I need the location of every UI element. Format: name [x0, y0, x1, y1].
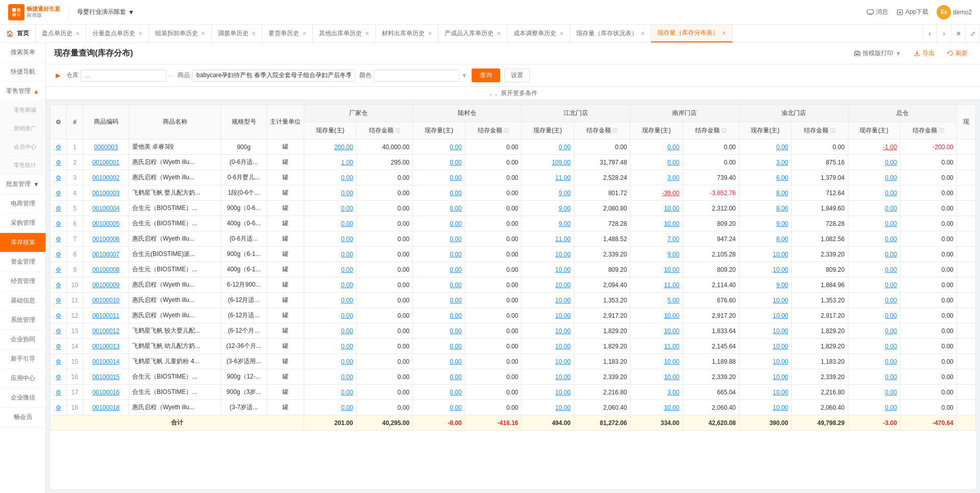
td-jb-stock[interactable]: 10.00: [522, 400, 574, 415]
td-gear[interactable]: ⚙: [51, 247, 67, 262]
td-yb-stock[interactable]: 10.00: [739, 247, 792, 262]
td-code[interactable]: 00100008: [83, 262, 129, 277]
td-f-stock[interactable]: 0.00: [304, 354, 357, 369]
tab-combo[interactable]: 组装拆卸单历史 ✕: [149, 25, 212, 42]
td-t-stock[interactable]: 0.00: [848, 155, 900, 170]
tab-transfer-close[interactable]: ✕: [252, 31, 256, 36]
user-menu[interactable]: Ea demo2: [937, 5, 972, 19]
td-f-stock[interactable]: 0.00: [304, 400, 357, 415]
td-na-stock[interactable]: 0.00: [630, 155, 683, 170]
td-yb-stock[interactable]: 0.00: [739, 139, 792, 155]
tab-inv-dist-close[interactable]: ✕: [722, 30, 726, 36]
td-f-stock[interactable]: 0.00: [304, 216, 357, 231]
tab-close-all-btn[interactable]: ✕: [951, 25, 966, 43]
td-v-stock[interactable]: 0.00: [413, 277, 465, 293]
td-na-stock[interactable]: 3.00: [630, 170, 683, 185]
td-jb-stock[interactable]: 10.00: [522, 293, 574, 308]
td-gear[interactable]: ⚙: [51, 308, 67, 323]
td-code[interactable]: 00100009: [83, 277, 129, 293]
td-code[interactable]: 00100003: [83, 185, 129, 201]
tab-expand-btn[interactable]: ⤢: [966, 25, 980, 43]
td-gear[interactable]: ⚙: [51, 262, 67, 277]
td-f-stock[interactable]: 0.00: [304, 231, 357, 247]
td-code[interactable]: 00100015: [83, 369, 129, 385]
sidebar-item-ecommerce[interactable]: 电商管理: [0, 194, 45, 214]
td-t-stock[interactable]: 0.00: [848, 293, 900, 308]
td-v-stock[interactable]: 0.00: [413, 308, 465, 323]
td-na-stock[interactable]: 0.00: [630, 139, 683, 155]
tab-requisition[interactable]: 要货单历史 ✕: [262, 25, 313, 42]
td-code[interactable]: 00100010: [83, 293, 129, 308]
sidebar-item-system[interactable]: 系统管理: [0, 311, 45, 330]
td-t-stock[interactable]: 0.00: [848, 385, 900, 400]
td-yb-stock[interactable]: 6.00: [739, 170, 792, 185]
td-code[interactable]: 00100002: [83, 170, 129, 185]
td-v-stock[interactable]: 0.00: [413, 369, 465, 385]
td-gear[interactable]: ⚙: [51, 385, 67, 400]
td-t-stock[interactable]: 0.00: [848, 185, 900, 201]
sidebar-item-appcenter[interactable]: 应用中心: [0, 369, 45, 388]
sidebar-item-basic[interactable]: 基础信息: [0, 291, 45, 311]
td-code[interactable]: 00100011: [83, 308, 129, 323]
td-yb-stock[interactable]: 10.00: [739, 339, 792, 354]
td-gear[interactable]: ⚙: [51, 354, 67, 369]
tab-other-out-close[interactable]: ✕: [365, 31, 369, 36]
td-yb-stock[interactable]: 3.00: [739, 155, 792, 170]
td-v-stock[interactable]: 0.00: [413, 323, 465, 339]
sidebar-item-company[interactable]: 企业协同: [0, 330, 45, 349]
td-code[interactable]: 00100014: [83, 354, 129, 369]
td-f-stock[interactable]: 0.00: [304, 277, 357, 293]
td-na-stock[interactable]: 5.00: [630, 293, 683, 308]
td-na-stock[interactable]: 10.00: [630, 323, 683, 339]
td-jb-stock[interactable]: 9.00: [522, 216, 574, 231]
td-gear[interactable]: ⚙: [51, 139, 67, 155]
td-gear[interactable]: ⚙: [51, 170, 67, 185]
td-yb-stock[interactable]: 10.00: [739, 400, 792, 415]
sidebar-item-corpwx[interactable]: 企业微信: [0, 388, 45, 408]
td-code[interactable]: 00100005: [83, 216, 129, 231]
td-na-stock[interactable]: 10.00: [630, 216, 683, 231]
tab-transfer[interactable]: 调拨单历史 ✕: [212, 25, 262, 42]
tab-prev-btn[interactable]: ‹: [923, 25, 937, 43]
td-na-stock[interactable]: 10.00: [630, 369, 683, 385]
td-v-stock[interactable]: 0.00: [413, 170, 465, 185]
td-v-stock[interactable]: 0.00: [413, 185, 465, 201]
search-button[interactable]: 查询: [472, 68, 500, 82]
td-yb-stock[interactable]: 10.00: [739, 369, 792, 385]
td-yb-stock[interactable]: 8.00: [739, 231, 792, 247]
td-gear[interactable]: ⚙: [51, 277, 67, 293]
td-na-stock[interactable]: 10.00: [630, 201, 683, 216]
td-gear[interactable]: ⚙: [51, 201, 67, 216]
td-f-stock[interactable]: 0.00: [304, 323, 357, 339]
td-f-stock[interactable]: 0.00: [304, 293, 357, 308]
app-download-btn[interactable]: App下载: [896, 8, 928, 16]
td-na-stock[interactable]: 10.00: [630, 262, 683, 277]
tab-disc-history[interactable]: 盘点单历史 ✕: [36, 25, 86, 42]
td-gear[interactable]: ⚙: [51, 155, 67, 170]
tab-next-btn[interactable]: ›: [937, 25, 951, 43]
sidebar-item-member[interactable]: 会员中心: [0, 138, 45, 156]
td-yb-stock[interactable]: 10.00: [739, 385, 792, 400]
td-f-stock[interactable]: 0.00: [304, 185, 357, 201]
tab-inv-dist[interactable]: 现存量（库存分布表） ✕: [651, 25, 732, 42]
tab-other-out[interactable]: 其他出库单历史 ✕: [313, 25, 376, 42]
tab-requisition-close[interactable]: ✕: [302, 31, 306, 36]
td-jb-stock[interactable]: 9.00: [522, 201, 574, 216]
td-jb-stock[interactable]: 11.00: [522, 231, 574, 247]
td-v-stock[interactable]: 0.00: [413, 139, 465, 155]
sidebar-item-wholesale[interactable]: 批发管理 ▼: [0, 175, 45, 194]
expand-conditions-btn[interactable]: ⌄⌄ 展开更多条件: [488, 89, 537, 98]
td-code[interactable]: 00100016: [83, 385, 129, 400]
color-chevron[interactable]: ▼: [461, 72, 468, 79]
td-na-stock[interactable]: 9.00: [630, 247, 683, 262]
td-jb-stock[interactable]: 10.00: [522, 385, 574, 400]
td-t-stock[interactable]: 0.00: [848, 277, 900, 293]
td-t-stock[interactable]: 0.00: [848, 369, 900, 385]
td-t-stock[interactable]: 0.00: [848, 308, 900, 323]
tab-material-out[interactable]: 材料出库单历史 ✕: [376, 25, 438, 42]
sidebar-item-purchase[interactable]: 采购管理: [0, 214, 45, 233]
td-gear[interactable]: ⚙: [51, 323, 67, 339]
sidebar-item-inventory[interactable]: 库存核算: [0, 233, 45, 252]
td-t-stock[interactable]: 0.00: [848, 216, 900, 231]
td-yb-stock[interactable]: 9.00: [739, 216, 792, 231]
